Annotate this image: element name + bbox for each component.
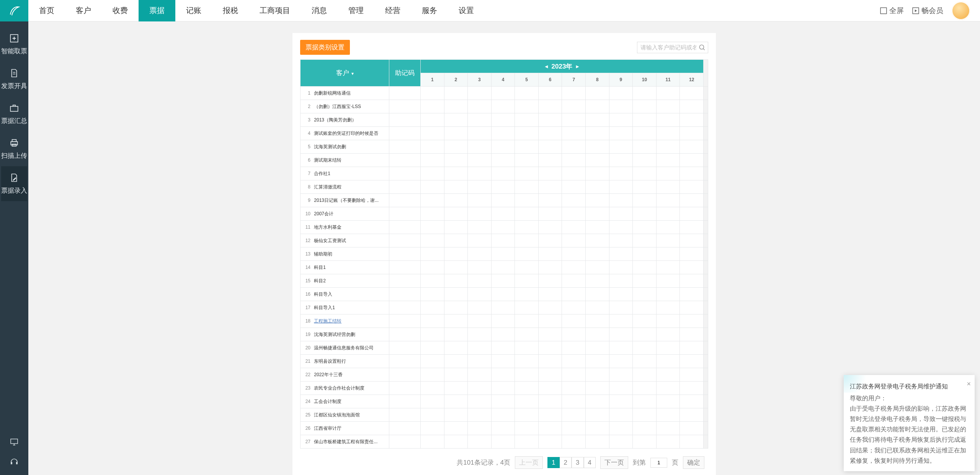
category-settings-button[interactable]: 票据类别设置 — [300, 40, 350, 55]
sidebar-item-票据录入[interactable]: 票据录入 — [1, 166, 27, 201]
svg-rect-8 — [11, 462, 12, 464]
table-row[interactable]: 10 2007会计 — [301, 207, 708, 221]
search-icon[interactable] — [699, 44, 706, 51]
month-col-11[interactable]: 11 — [656, 73, 680, 87]
nav-设置[interactable]: 设置 — [448, 0, 485, 21]
table-row[interactable]: 3 2013（陶美芳勿删） — [301, 113, 708, 127]
month-col-5[interactable]: 5 — [515, 73, 539, 87]
pager-page-4[interactable]: 4 — [584, 457, 596, 468]
customer-name: 2013（陶美芳勿删） — [314, 117, 356, 123]
month-col-2[interactable]: 2 — [444, 73, 468, 87]
sidebar-item-票据汇总[interactable]: 票据汇总 — [1, 97, 27, 131]
sidebar-item-智能取票[interactable]: 智能取票 — [1, 27, 27, 62]
pager-page-1[interactable]: 1 — [547, 457, 559, 468]
nav-票据[interactable]: 票据 — [139, 0, 175, 21]
nav-记账[interactable]: 记账 — [175, 0, 212, 21]
table-row[interactable]: 15 科目2 — [301, 274, 708, 288]
sort-caret-icon: ▾ — [351, 71, 354, 76]
nav-工商项目[interactable]: 工商项目 — [249, 0, 301, 21]
table-row[interactable]: 1 勿删新锐网络通信 — [301, 87, 708, 100]
table-row[interactable]: 19 沈海英测试经营勿删 — [301, 328, 708, 341]
month-col-6[interactable]: 6 — [538, 73, 562, 87]
table-row[interactable]: 18 工程施工结转 — [301, 314, 708, 328]
customer-name: 沈海英测试经营勿删 — [314, 332, 355, 337]
customer-name: 农民专业合作社会计制度 — [314, 385, 364, 391]
table-row[interactable]: 13 辅助期初 — [301, 247, 708, 261]
printer-icon — [9, 138, 20, 148]
play-box-icon — [912, 7, 919, 14]
table-row[interactable]: 7 合作社1 — [301, 167, 708, 180]
notice-body: 由于受电子税务局升级的影响，江苏政务网暂时无法登录电子税务局，导致一键报税与无盘… — [850, 403, 969, 466]
pager-prev[interactable]: 上一页 — [515, 456, 543, 469]
nav-管理[interactable]: 管理 — [338, 0, 374, 21]
table-row[interactable]: 9 2013日记账（不要删除哈，谢... — [301, 194, 708, 207]
customer-name[interactable]: 工程施工结转 — [314, 318, 341, 324]
pager-page-3[interactable]: 3 — [572, 457, 583, 468]
fullscreen-icon — [880, 7, 887, 14]
nav-首页[interactable]: 首页 — [28, 0, 65, 21]
year-prev-icon[interactable]: ◂ — [545, 63, 548, 69]
pager-next[interactable]: 下一页 — [600, 456, 628, 469]
customer-name: 保山市板桥建筑工程有限责任... — [314, 439, 377, 444]
table-row[interactable]: 22 2022年十三香 — [301, 368, 708, 382]
monitor-icon[interactable] — [9, 437, 20, 447]
customer-name: 测试账套的凭证打印的时候是否 — [314, 131, 378, 136]
customer-name: 科目1 — [314, 265, 326, 270]
notice-close-icon[interactable]: × — [967, 378, 971, 390]
user-avatar[interactable] — [952, 2, 970, 20]
month-col-10[interactable]: 10 — [633, 73, 657, 87]
year-next-icon[interactable]: ▸ — [576, 63, 579, 69]
customer-name: 江都区仙女镇泡泡面馆 — [314, 412, 360, 418]
table-row[interactable]: 26 江西省审计厅 — [301, 422, 708, 435]
table-row[interactable]: 14 科目1 — [301, 261, 708, 274]
table-row[interactable]: 21 东明县设置鞋行 — [301, 355, 708, 368]
table-row[interactable]: 20 温州畅捷通信息服务有限公司 — [301, 341, 708, 355]
table-row[interactable]: 8 汇算清缴流程 — [301, 180, 708, 194]
table-row[interactable]: 24 工会会计制度 — [301, 395, 708, 408]
table-row[interactable]: 6 测试期末结转 — [301, 154, 708, 167]
document-icon — [9, 68, 20, 79]
briefcase-icon — [9, 103, 20, 113]
customer-name: 科目2 — [314, 278, 326, 283]
month-col-12[interactable]: 12 — [680, 73, 704, 87]
col-customer[interactable]: 客户▾ — [301, 60, 389, 87]
table-row[interactable]: 25 江都区仙女镇泡泡面馆 — [301, 408, 708, 422]
table-row[interactable]: 11 地方水利基金 — [301, 221, 708, 234]
customer-name: 2007会计 — [314, 211, 333, 216]
pager-goto-input[interactable] — [650, 458, 667, 468]
month-col-8[interactable]: 8 — [586, 73, 609, 87]
pager-confirm[interactable]: 确定 — [683, 456, 704, 469]
customer-name: 江西省审计厅 — [314, 426, 341, 431]
nav-经营[interactable]: 经营 — [374, 0, 411, 21]
nav-客户[interactable]: 客户 — [65, 0, 102, 21]
table-row[interactable]: 16 科目导入 — [301, 288, 708, 301]
table-row[interactable]: 4 测试账套的凭证打印的时候是否 — [301, 127, 708, 140]
membership-link[interactable]: 畅会员 — [912, 6, 943, 16]
month-col-4[interactable]: 4 — [491, 73, 515, 87]
edit-doc-icon — [9, 172, 20, 183]
month-col-1[interactable]: 1 — [421, 73, 444, 87]
table-row[interactable]: 17 科目导入1 — [301, 301, 708, 314]
customer-search-input[interactable] — [637, 42, 708, 53]
sidebar-item-扫描上传[interactable]: 扫描上传 — [1, 131, 27, 166]
table-row[interactable]: 2 （勿删）江西服宝-LSS — [301, 100, 708, 113]
fullscreen-toggle[interactable]: 全屏 — [880, 6, 904, 16]
table-row[interactable]: 23 农民专业合作社会计制度 — [301, 382, 708, 395]
pager-page-2[interactable]: 2 — [560, 457, 572, 468]
table-row[interactable]: 27 保山市板桥建筑工程有限责任... — [301, 435, 708, 449]
nav-服务[interactable]: 服务 — [411, 0, 448, 21]
year-label: 2023年 — [552, 62, 573, 71]
sidebar-item-label: 扫描上传 — [1, 151, 27, 160]
table-row[interactable]: 5 沈海英测试勿删 — [301, 140, 708, 154]
month-col-3[interactable]: 3 — [468, 73, 492, 87]
app-logo[interactable] — [0, 0, 28, 21]
headset-icon[interactable] — [9, 456, 20, 467]
nav-报税[interactable]: 报税 — [212, 0, 249, 21]
membership-label: 畅会员 — [921, 6, 943, 16]
table-row[interactable]: 12 杨仙女工资测试 — [301, 234, 708, 247]
nav-收费[interactable]: 收费 — [102, 0, 139, 21]
month-col-7[interactable]: 7 — [562, 73, 586, 87]
month-col-9[interactable]: 9 — [609, 73, 633, 87]
nav-消息[interactable]: 消息 — [301, 0, 338, 21]
sidebar-item-发票开具[interactable]: 发票开具 — [1, 62, 27, 97]
